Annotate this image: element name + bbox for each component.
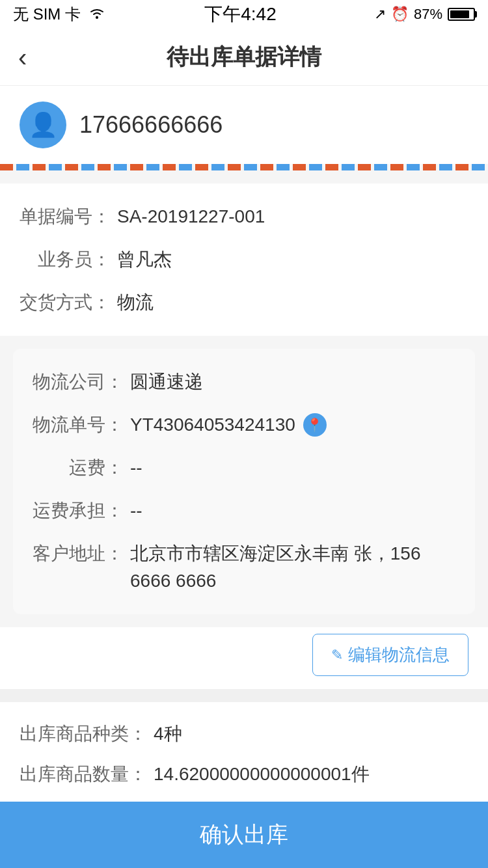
freight-label: 运费： <box>33 454 124 481</box>
user-phone: 17666666666 <box>79 111 223 139</box>
tracking-no-label: 物流单号： <box>33 411 124 439</box>
tracking-no-row: 物流单号： YT43064053424130 📍 <box>33 411 455 439</box>
back-button[interactable]: ‹ <box>18 44 27 70</box>
edit-icon: ✎ <box>331 647 343 664</box>
status-bar: 无 SIM 卡 下午4:42 ↗ ⏰ 87% <box>0 0 488 29</box>
document-no-row: 单据编号： SA-20191227-001 <box>20 203 468 230</box>
address-row: 客户地址： 北京市市辖区海淀区永丰南 张，156 6666 6666 <box>33 540 455 595</box>
avatar-icon: 👤 <box>29 111 58 139</box>
salesperson-row: 业务员： 曾凡杰 <box>20 246 468 273</box>
product-type-row: 出库商品种类： 4种 <box>20 722 468 746</box>
wifi-icon <box>87 5 107 23</box>
edit-logistics-button[interactable]: ✎ 编辑物流信息 <box>312 634 468 676</box>
status-time: 下午4:42 <box>204 2 277 27</box>
freight-bearer-label: 运费承担： <box>33 497 124 524</box>
map-pin-icon[interactable]: 📍 <box>303 413 327 437</box>
edit-btn-row: ✎ 编辑物流信息 <box>0 627 488 689</box>
logistics-company-value: 圆通速递 <box>130 368 455 396</box>
status-left: 无 SIM 卡 <box>13 4 107 25</box>
edit-btn-label: 编辑物流信息 <box>348 644 450 666</box>
product-quantity-label: 出库商品数量： <box>20 762 147 787</box>
logistics-card: 物流公司： 圆通速递 物流单号： YT43064053424130 📍 运费： … <box>13 349 475 614</box>
location-arrow-icon: ↗ <box>374 6 386 23</box>
page-title: 待出库单据详情 <box>167 42 321 72</box>
address-value: 北京市市辖区海淀区永丰南 张，156 6666 6666 <box>130 540 455 595</box>
address-label: 客户地址： <box>33 540 124 567</box>
carrier-text: 无 SIM 卡 <box>13 4 81 25</box>
delivery-method-value: 物流 <box>117 289 468 316</box>
delivery-method-label: 交货方式： <box>20 289 111 316</box>
product-type-label: 出库商品种类： <box>20 722 147 746</box>
product-type-value: 4种 <box>154 722 182 746</box>
confirm-button-area[interactable]: 确认出库 <box>0 802 488 868</box>
status-right: ↗ ⏰ 87% <box>374 6 475 23</box>
freight-bearer-row: 运费承担： -- <box>33 497 455 524</box>
nav-bar: ‹ 待出库单据详情 <box>0 29 488 86</box>
product-quantity-row: 出库商品数量： 14.62000000000000001件 <box>20 762 468 787</box>
tracking-no-text: YT43064053424130 <box>130 411 295 439</box>
salesperson-value: 曾凡杰 <box>117 246 468 273</box>
delivery-method-row: 交货方式： 物流 <box>20 289 468 316</box>
alarm-icon: ⏰ <box>391 6 409 23</box>
user-section: 👤 17666666666 <box>0 86 488 164</box>
battery-icon <box>448 8 475 21</box>
tracking-no-value: YT43064053424130 📍 <box>130 411 455 439</box>
freight-row: 运费： -- <box>33 454 455 481</box>
battery-percent: 87% <box>414 6 442 23</box>
avatar: 👤 <box>20 102 66 148</box>
basic-info-section: 单据编号： SA-20191227-001 业务员： 曾凡杰 交货方式： 物流 <box>0 183 488 336</box>
dashed-separator <box>0 164 488 170</box>
svg-point-0 <box>96 16 98 19</box>
document-no-value: SA-20191227-001 <box>117 203 468 230</box>
freight-bearer-value: -- <box>130 497 455 524</box>
document-no-label: 单据编号： <box>20 203 111 230</box>
salesperson-label: 业务员： <box>20 246 111 273</box>
logistics-company-label: 物流公司： <box>33 368 124 396</box>
gray-separator <box>0 689 488 702</box>
product-quantity-value: 14.62000000000000001件 <box>154 762 370 787</box>
freight-value: -- <box>130 454 455 481</box>
logistics-company-row: 物流公司： 圆通速递 <box>33 368 455 396</box>
product-section: 出库商品种类： 4种 出库商品数量： 14.62000000000000001件 <box>0 702 488 806</box>
confirm-btn-label: 确认出库 <box>200 820 288 850</box>
